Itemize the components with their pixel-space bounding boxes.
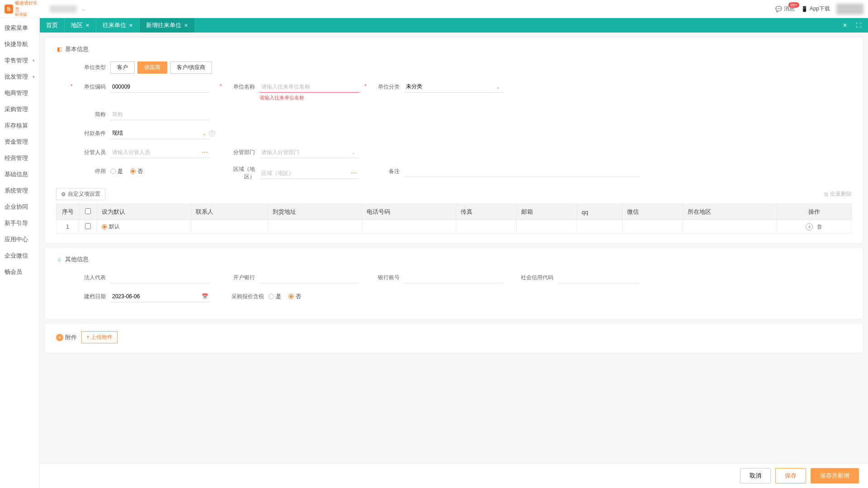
section-icon: ◧	[56, 46, 62, 52]
bank-account-input[interactable]	[404, 272, 504, 283]
unit-type-option[interactable]: 供应商	[137, 61, 167, 74]
table-header: 传真	[456, 204, 516, 220]
sidebar-item[interactable]: 快捷导航	[0, 36, 39, 52]
disabled-no-radio[interactable]: 否	[130, 168, 143, 175]
user-avatar-blurred[interactable]	[836, 4, 863, 14]
phone-cell[interactable]	[362, 220, 456, 234]
assigned-dept-select[interactable]	[259, 146, 359, 158]
table-header: 操作	[777, 204, 851, 220]
chat-icon: 💬	[775, 6, 782, 12]
payment-terms-select[interactable]	[110, 127, 210, 139]
assigned-person-input[interactable]	[110, 146, 210, 158]
close-icon[interactable]: ✕	[85, 23, 90, 28]
other-info-label: 其他信息	[65, 255, 89, 263]
address-cell[interactable]	[268, 220, 362, 234]
row-checkbox[interactable]	[85, 223, 91, 229]
more-icon[interactable]: ⋯	[351, 169, 357, 177]
payment-terms-label: 付款条件	[74, 130, 106, 137]
unit-name-input[interactable]	[259, 81, 359, 93]
batch-delete-button[interactable]: ⧉ 批量删除	[824, 190, 852, 198]
chevron-down-icon: ⌄	[203, 131, 206, 136]
disabled-label: 停用	[74, 168, 106, 175]
more-icon[interactable]: ⋯	[202, 149, 208, 156]
table-header	[79, 204, 97, 220]
wechat-cell[interactable]	[623, 220, 683, 234]
sidebar-item[interactable]: 资金管理	[0, 134, 39, 150]
sidebar-item[interactable]: 企业协同	[0, 199, 39, 215]
bank-input[interactable]	[259, 272, 359, 283]
select-all-checkbox[interactable]	[85, 208, 91, 214]
assigned-person-label: 分管人员	[74, 149, 106, 156]
unit-category-select[interactable]	[404, 81, 504, 93]
fullscreen-button[interactable]: ⛶	[854, 20, 863, 30]
table-header: 所在地区	[683, 204, 777, 220]
unit-type-option[interactable]: 客户/供应商	[170, 61, 212, 74]
other-info-card: ⌂ 其他信息 法人代表 开户银行 银行账号 社会信用代码 建档日期	[45, 248, 863, 319]
social-credit-input[interactable]	[558, 272, 639, 283]
tab[interactable]: 首页	[40, 18, 65, 33]
delete-row-icon[interactable]: 🗑	[816, 223, 822, 230]
app-download-button[interactable]: 📱 App下载	[801, 5, 830, 13]
archive-date-label: 建档日期	[74, 293, 106, 300]
gear-icon: ⚙	[61, 191, 66, 197]
sidebar-item[interactable]: 搜索菜单	[0, 20, 39, 36]
unit-name-label: 单位名称	[223, 83, 255, 91]
close-all-tabs-button[interactable]: ✕	[840, 20, 850, 30]
contact-cell[interactable]	[191, 220, 268, 234]
legal-rep-input[interactable]	[110, 272, 210, 283]
tab[interactable]: 新增往来单位✕	[140, 18, 195, 33]
archive-date-input[interactable]	[110, 291, 210, 302]
disabled-yes-radio[interactable]: 是	[110, 168, 123, 175]
help-icon[interactable]: ?	[209, 130, 215, 136]
sidebar-item[interactable]: 基础信息	[0, 166, 39, 183]
basic-info-card: ◧ 基本信息 单位类型 客户供应商客户/供应商 单位编码 单位名称 请输入往来单…	[45, 38, 863, 243]
purchase-tax-yes-radio[interactable]: 是	[269, 293, 281, 300]
close-icon[interactable]: ✕	[129, 23, 133, 28]
email-cell[interactable]	[516, 220, 577, 234]
table-row: 1 默认 +🗑	[57, 220, 852, 234]
copy-icon: ⧉	[824, 191, 828, 197]
main-content: ◧ 基本信息 单位类型 客户供应商客户/供应商 单位编码 单位名称 请输入往来单…	[40, 33, 868, 464]
messages-badge: 99+	[788, 2, 799, 8]
sidebar-item[interactable]: 经营管理	[0, 150, 39, 166]
region-input[interactable]	[259, 167, 359, 179]
tab[interactable]: 往来单位✕	[96, 18, 140, 33]
purchase-tax-no-radio[interactable]: 否	[288, 293, 301, 300]
default-radio[interactable]: 默认	[102, 223, 120, 230]
sidebar-item[interactable]: 应用中心	[0, 231, 39, 248]
sidebar-item[interactable]: 新手引导	[0, 215, 39, 231]
custom-settings-button[interactable]: ⚙ 自定义项设置	[56, 188, 105, 200]
sidebar-item[interactable]: 库存核算	[0, 117, 39, 134]
close-icon[interactable]: ✕	[184, 23, 188, 28]
fax-cell[interactable]	[456, 220, 516, 234]
remark-label: 备注	[368, 168, 400, 175]
add-row-icon[interactable]: +	[806, 223, 813, 230]
sidebar-item[interactable]: 畅会员	[0, 264, 39, 280]
sidebar-item[interactable]: 零售管理▾	[0, 52, 39, 69]
company-selector[interactable]: ⌄	[50, 5, 86, 13]
region-cell[interactable]	[683, 220, 777, 234]
sidebar-item[interactable]: 电商管理	[0, 85, 39, 101]
table-header: 邮箱	[516, 204, 577, 220]
logo-sub: 标准版	[15, 12, 41, 18]
chevron-down-icon: ⌄	[81, 6, 86, 12]
unit-code-input[interactable]	[110, 81, 210, 93]
table-header: 设为默认	[97, 204, 191, 220]
remark-input[interactable]	[404, 165, 639, 177]
sidebar-item[interactable]: 批发管理▾	[0, 69, 39, 85]
logo-icon: b	[5, 5, 13, 14]
assigned-dept-label: 分管部门	[223, 149, 255, 156]
calendar-icon[interactable]: 📅	[202, 293, 208, 300]
sidebar-item[interactable]: 企业微信	[0, 248, 39, 264]
sidebar-item[interactable]: 系统管理	[0, 183, 39, 199]
unit-type-label: 单位类型	[74, 64, 106, 71]
short-name-input[interactable]	[110, 108, 210, 120]
tab[interactable]: 地区✕	[65, 18, 96, 33]
social-credit-label: 社会信用代码	[513, 274, 553, 282]
qq-cell[interactable]	[577, 220, 623, 234]
messages-button[interactable]: 💬 消息 99+	[775, 5, 795, 13]
unit-type-option[interactable]: 客户	[110, 61, 135, 74]
sidebar-item[interactable]: 采购管理	[0, 101, 39, 117]
bank-label: 开户银行	[223, 274, 255, 282]
upload-attachment-button[interactable]: + 上传附件	[81, 331, 118, 343]
